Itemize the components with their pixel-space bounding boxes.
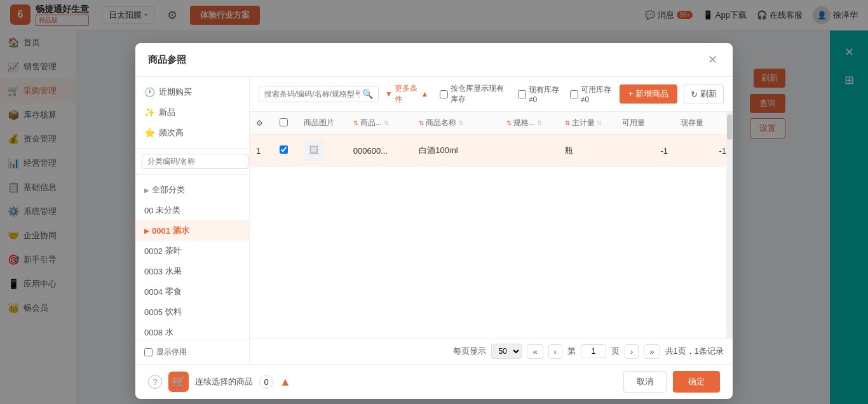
selection-count-badge: 0 <box>259 375 273 389</box>
category-item-00[interactable]: 00 未分类 <box>135 200 249 220</box>
warehouse-stock-checkbox[interactable] <box>440 90 448 98</box>
select-all-checkbox[interactable] <box>280 118 288 126</box>
per-page-select[interactable]: 50 <box>491 344 522 359</box>
product-image-placeholder: 🖼 <box>304 140 324 161</box>
category-item-0003[interactable]: 0003 水果 <box>135 261 249 281</box>
first-page-button[interactable]: « <box>527 344 543 359</box>
cat-name-0005: 饮料 <box>165 306 182 318</box>
cancel-button[interactable]: 取消 <box>623 371 667 393</box>
footer-right: 取消 确定 <box>623 371 720 393</box>
tri-icon: ▶ <box>144 187 149 194</box>
th-code[interactable]: ⇅ 商品... <box>347 112 412 135</box>
help-icon[interactable]: ? <box>148 375 162 389</box>
cat-label-0008: 0008 <box>144 328 163 337</box>
category-item-0002[interactable]: 0002 茶叶 <box>135 241 249 261</box>
category-panel: 🕐 近期购买 ✨ 新品 ⭐ 频次高 🔍 <box>135 77 250 364</box>
row-checkbox[interactable] <box>273 135 297 167</box>
category-item-0008[interactable]: 0008 水 <box>135 322 249 340</box>
more-conditions-btn[interactable]: ▼ 更多条件 ▲ <box>385 83 428 105</box>
table-row[interactable]: 1 🖼 000600... 白酒100ml 瓶 -1 -1 <box>250 135 733 167</box>
modal-header: 商品参照 ✕ <box>135 43 733 77</box>
footer-left: ? 🛒 连续选择的商品 0 ▲ <box>148 372 291 392</box>
nonzero-stock-label: 现有库存≠0 <box>529 84 561 104</box>
th-unit[interactable]: ⇅ 主计量 <box>559 112 616 135</box>
th-check <box>273 112 297 135</box>
th-image: 商品图片 <box>297 112 347 135</box>
category-item-0005[interactable]: 0005 饮料 <box>135 302 249 322</box>
sort-arrow-unit: ⇅ <box>565 119 572 126</box>
quick-nav: 🕐 近期购买 ✨ 新品 ⭐ 频次高 <box>135 77 249 149</box>
new-products-nav[interactable]: ✨ 新品 <box>135 102 249 123</box>
all-categories-label: 全部分类 <box>152 184 185 196</box>
checkbox-warehouse-stock[interactable]: 按仓库显示现有库存 <box>440 83 508 105</box>
filter-icon: ▼ <box>385 90 393 98</box>
category-search: 🔍 <box>135 149 249 175</box>
table-scrollbar[interactable] <box>726 112 733 338</box>
confirm-button[interactable]: 确定 <box>673 371 720 393</box>
row-index: 1 <box>250 135 273 167</box>
row-name: 白酒100ml <box>412 135 500 167</box>
filter-bar: 🔍 ▼ 更多条件 ▲ 按仓库显示现有库存 <box>250 77 733 112</box>
checkbox-nonzero-available[interactable]: 可用库存≠0 <box>570 84 613 104</box>
star-icon: ⭐ <box>144 128 155 138</box>
page-total: 共1页，1条记录 <box>665 346 724 357</box>
show-disabled-label: 显示停用 <box>156 347 187 358</box>
cat-code-0001: 0001 <box>152 226 170 236</box>
new-icon: ✨ <box>144 107 155 118</box>
nonzero-available-checkbox[interactable] <box>570 90 578 98</box>
category-search-input[interactable] <box>142 154 248 169</box>
cat-label-0002: 0002 <box>144 246 163 256</box>
cat-label-0003: 0003 <box>144 267 163 276</box>
row-stock: -1 <box>674 135 733 167</box>
add-product-button[interactable]: + 新增商品 <box>620 84 677 104</box>
next-page-button[interactable]: › <box>625 344 639 359</box>
show-disabled-checkbox[interactable] <box>144 348 153 356</box>
new-label: 新品 <box>159 107 175 118</box>
refresh-icon: ↻ <box>691 90 698 99</box>
all-categories-item[interactable]: ▶ 全部分类 <box>135 180 249 200</box>
last-page-button[interactable]: » <box>644 344 660 359</box>
refresh-button[interactable]: ↻ 刷新 <box>684 84 724 104</box>
sort-arrow-code: ⇅ <box>353 119 360 126</box>
per-page-label: 每页显示 <box>453 346 486 357</box>
cart-icon-button[interactable]: 🛒 <box>168 372 189 392</box>
filter-checkboxes: 按仓库显示现有库存 现有库存≠0 可用库存≠0 <box>440 83 613 105</box>
page-number-input[interactable] <box>581 344 606 358</box>
refresh-label: 刷新 <box>700 88 717 100</box>
cat-name-0003: 水果 <box>165 266 182 277</box>
product-search-input[interactable] <box>264 90 360 98</box>
product-search-icon[interactable]: 🔍 <box>362 89 373 99</box>
frequent-label: 频次高 <box>159 127 184 138</box>
modal-footer: ? 🛒 连续选择的商品 0 ▲ 取消 确定 <box>135 364 733 399</box>
nonzero-available-label: 可用库存≠0 <box>581 84 613 104</box>
collapse-footer-icon[interactable]: ▲ <box>280 375 291 389</box>
nonzero-stock-checkbox[interactable] <box>518 90 526 98</box>
warehouse-stock-label: 按仓库显示现有库存 <box>451 83 508 105</box>
th-settings: ⚙ <box>250 112 273 135</box>
product-panel: 🔍 ▼ 更多条件 ▲ 按仓库显示现有库存 <box>250 77 733 364</box>
th-name[interactable]: ⇅ 商品名称 <box>412 112 500 135</box>
clock-icon: 🕐 <box>144 87 155 97</box>
tri-active-icon: ▶ <box>144 227 149 234</box>
recent-label: 近期购买 <box>159 86 192 98</box>
prev-page-button[interactable]: ‹ <box>548 344 562 359</box>
recent-purchases-nav[interactable]: 🕐 近期购买 <box>135 82 249 102</box>
th-available: 可用量 <box>616 112 674 135</box>
category-item-0004[interactable]: 0004 零食 <box>135 281 249 302</box>
category-list: ▶ 全部分类 00 未分类 ▶ 0001 酒水 0002 茶叶 <box>135 175 249 340</box>
th-stock: 现存量 <box>674 112 733 135</box>
checkbox-nonzero-stock[interactable]: 现有库存≠0 <box>518 84 561 104</box>
cat-label-0005: 0005 <box>144 307 163 317</box>
product-search-box: 🔍 <box>259 86 379 102</box>
close-modal-button[interactable]: ✕ <box>705 52 720 67</box>
frequent-nav[interactable]: ⭐ 频次高 <box>135 123 249 143</box>
cat-name-00: 未分类 <box>156 205 180 216</box>
category-item-0001[interactable]: ▶ 0001 酒水 <box>135 220 249 241</box>
row-select-checkbox[interactable] <box>280 145 288 154</box>
pagination-bar: 每页显示 50 « ‹ 第 页 › » 共1页，1条记录 <box>250 338 733 364</box>
sort-arrow-name: ⇅ <box>419 119 426 126</box>
continuous-label: 连续选择的商品 <box>195 376 253 387</box>
cat-name-0002: 茶叶 <box>165 245 182 257</box>
th-spec[interactable]: ⇅ 规格... <box>500 112 559 135</box>
page-label: 第 <box>567 346 576 357</box>
